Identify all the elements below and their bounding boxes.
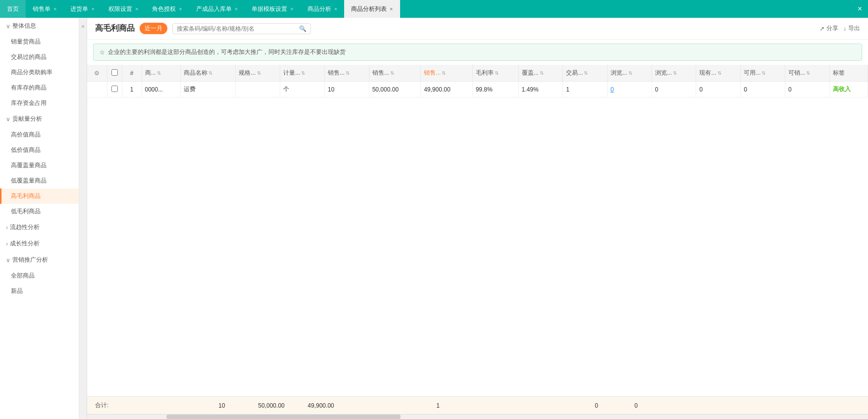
- share-button[interactable]: ↗ 分享: [819, 24, 838, 33]
- close-all-button[interactable]: ×: [858, 4, 862, 13]
- sort-icon-spec[interactable]: ⇅: [257, 70, 261, 76]
- sidebar-group-marketing[interactable]: ∨ 营销推广分析: [0, 252, 79, 268]
- nav-template[interactable]: 单据模板设置 ×: [245, 0, 300, 18]
- cell-num: 1: [122, 82, 142, 97]
- sort-icon-saleable[interactable]: ⇅: [806, 70, 810, 76]
- sidebar-item-category-rate[interactable]: 商品分类助购率: [0, 65, 79, 80]
- sidebar-item-low-value[interactable]: 低价值商品: [0, 142, 79, 158]
- footer-cells: 10 50,000.00 49,900.00 1 0 0: [116, 402, 860, 409]
- nav-goods-analysis-list-close[interactable]: ×: [390, 6, 393, 12]
- cell-settings: [87, 82, 107, 97]
- sidebar-collapse-button[interactable]: «: [79, 18, 87, 419]
- nav-sales[interactable]: 销售单 ×: [26, 0, 63, 18]
- scrollbar-thumb[interactable]: [166, 415, 401, 419]
- sidebar-item-sales-goods[interactable]: 销量货商品: [0, 34, 79, 49]
- info-text: 企业的主要的利润都是这部分商品创造的，可考虑加大推广，同时关注库存是不要出现缺货: [108, 48, 346, 56]
- col-coverage: 覆盖... ⇅: [518, 65, 563, 82]
- col-num: #: [122, 65, 142, 82]
- sidebar-group-trend[interactable]: › 流趋性分析: [0, 219, 79, 235]
- sidebar-item-low-coverage[interactable]: 低覆盖量商品: [0, 173, 79, 188]
- sidebar-item-low-margin[interactable]: 低毛利商品: [0, 204, 79, 219]
- sort-icon-current-stock[interactable]: ⇅: [717, 70, 721, 76]
- sort-icon-sales-cost[interactable]: ⇅: [442, 70, 446, 76]
- col-gross-rate: 毛利率 ⇅: [472, 65, 518, 82]
- sidebar-item-traded-goods[interactable]: 交易过的商品: [0, 49, 79, 65]
- nav-role-close[interactable]: ×: [179, 6, 182, 12]
- nav-template-close[interactable]: ×: [290, 6, 293, 12]
- search-icon[interactable]: 🔍: [299, 25, 306, 32]
- sidebar-item-capital[interactable]: 库存资金占用: [0, 95, 79, 111]
- nav-role[interactable]: 角色授权 ×: [145, 0, 189, 18]
- content-area: 高毛利商品 近一月 🔍 ↗ 分享 ↓ 导出 ☆ 企业的主要的利润都是这部分商品创…: [87, 18, 868, 419]
- filter-recent-month-button[interactable]: 近一月: [140, 23, 167, 34]
- sort-icon-browse2[interactable]: ⇅: [673, 70, 677, 76]
- sort-icon-browse1[interactable]: ⇅: [628, 70, 632, 76]
- sort-icon-name[interactable]: ⇅: [208, 70, 212, 76]
- horizontal-scrollbar[interactable]: [87, 414, 868, 419]
- cell-sales-cost: 49,900.00: [421, 82, 473, 97]
- col-check: [107, 65, 122, 82]
- gear-icon[interactable]: ⚙: [94, 70, 100, 77]
- table-wrapper: ⚙ # 商... ⇅: [87, 65, 868, 396]
- cell-gross-rate: 99.8%: [472, 82, 518, 97]
- nav-home[interactable]: 首页: [0, 0, 26, 18]
- nav-goods-analysis-list[interactable]: 商品分析列表 ×: [344, 0, 400, 18]
- search-input[interactable]: [177, 25, 299, 32]
- cell-browse1[interactable]: 0: [608, 82, 652, 97]
- footer-sales-cost: 49,900.00: [305, 402, 354, 409]
- page-title: 高毛利商品: [95, 23, 135, 34]
- cell-sales-amount: 50,000.00: [369, 82, 421, 97]
- nav-permission[interactable]: 权限设置 ×: [102, 0, 145, 18]
- sort-icon-gross-rate[interactable]: ⇅: [495, 70, 499, 76]
- table-row: 1 0000... 运费 个 10 50,000.00 49,900.00 99…: [87, 82, 868, 97]
- sidebar-group-overall[interactable]: ∨ 整体信息: [0, 18, 79, 34]
- col-saleable: 可销... ⇅: [785, 65, 829, 82]
- sidebar-group-growth[interactable]: › 成长性分析: [0, 235, 79, 252]
- select-all-checkbox[interactable]: [111, 69, 118, 76]
- nav-purchase[interactable]: 进货单 ×: [63, 0, 101, 18]
- nav-purchase-close[interactable]: ×: [91, 6, 94, 12]
- sidebar-item-new-goods[interactable]: 新品: [0, 283, 79, 299]
- cell-unit: 个: [280, 82, 325, 97]
- sidebar-item-all-goods[interactable]: 全部商品: [0, 268, 79, 283]
- sort-icon-sales-qty[interactable]: ⇅: [346, 70, 350, 76]
- footer-available: 0: [592, 402, 631, 409]
- export-button[interactable]: ↓ 导出: [843, 24, 860, 33]
- chevron-down-icon: ∨: [6, 23, 10, 30]
- col-settings: ⚙: [87, 65, 107, 82]
- sidebar-group-contribution[interactable]: ∨ 贡献量分析: [0, 111, 79, 127]
- cell-name: 运费: [180, 82, 236, 97]
- nav-goods-analysis[interactable]: 商品分析 ×: [301, 0, 344, 18]
- col-current-stock: 现有... ⇅: [696, 65, 741, 82]
- info-icon: ☆: [100, 49, 105, 56]
- footer-sales-amount: 50,000.00: [255, 402, 305, 409]
- sort-icon-coverage[interactable]: ⇅: [540, 70, 544, 76]
- cell-trade: 1: [563, 82, 608, 97]
- nav-goods-analysis-close[interactable]: ×: [334, 6, 337, 12]
- top-navigation: 首页 销售单 × 进货单 × 权限设置 × 角色授权 × 产成品入库单 × 单据…: [0, 0, 868, 18]
- sidebar: ∨ 整体信息 销量货商品 交易过的商品 商品分类助购率 有库存的商品 库存资金占…: [0, 18, 79, 419]
- sidebar-item-high-value[interactable]: 高价值商品: [0, 127, 79, 142]
- cell-tag: 高收入: [829, 82, 868, 97]
- col-sales-amount: 销售... ⇅: [369, 65, 421, 82]
- col-available: 可用... ⇅: [741, 65, 785, 82]
- cell-saleable: 0: [785, 82, 829, 97]
- sort-icon-sales-amount[interactable]: ⇅: [390, 70, 394, 76]
- sidebar-item-high-margin[interactable]: 高毛利商品: [0, 188, 79, 204]
- content-header: 高毛利商品 近一月 🔍 ↗ 分享 ↓ 导出: [87, 18, 868, 40]
- nav-warehouse-close[interactable]: ×: [235, 6, 238, 12]
- cell-spec: [236, 82, 280, 97]
- table-footer: 合计: 10 50,000.00 49,900.00 1 0 0: [87, 396, 868, 414]
- nav-sales-close[interactable]: ×: [53, 6, 56, 12]
- sort-icon-unit[interactable]: ⇅: [301, 70, 305, 76]
- row-checkbox[interactable]: [111, 86, 118, 92]
- sidebar-item-in-stock[interactable]: 有库存的商品: [0, 80, 79, 95]
- nav-warehouse[interactable]: 产成品入库单 ×: [189, 0, 245, 18]
- chevron-right-icon-2: ›: [6, 240, 8, 247]
- sort-icon-code[interactable]: ⇅: [157, 70, 161, 76]
- nav-permission-close[interactable]: ×: [135, 6, 138, 12]
- main-layout: ∨ 整体信息 销量货商品 交易过的商品 商品分类助购率 有库存的商品 库存资金占…: [0, 18, 868, 419]
- sort-icon-trade[interactable]: ⇅: [584, 70, 588, 76]
- sort-icon-available[interactable]: ⇅: [762, 70, 766, 76]
- sidebar-item-high-coverage[interactable]: 高覆盖量商品: [0, 158, 79, 173]
